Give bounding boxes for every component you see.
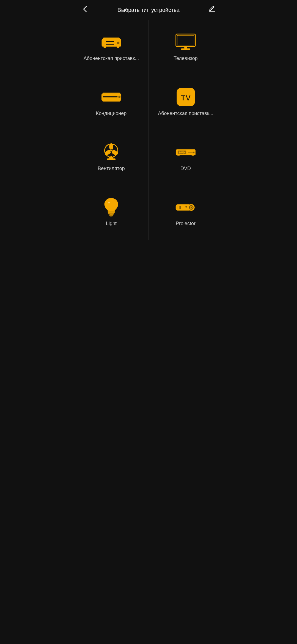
device-label-dvd: DVD	[180, 166, 191, 171]
svg-rect-18	[103, 101, 120, 102]
svg-text:TV: TV	[181, 94, 191, 102]
svg-rect-39	[108, 213, 114, 214]
svg-point-46	[191, 207, 192, 208]
svg-point-17	[118, 95, 120, 98]
light-icon	[100, 199, 122, 215]
svg-rect-40	[109, 214, 113, 216]
svg-rect-33	[192, 155, 194, 156]
svg-rect-3	[104, 47, 106, 48]
svg-rect-4	[117, 47, 119, 48]
svg-rect-29	[107, 159, 116, 160]
svg-point-8	[117, 42, 120, 44]
device-label-set-top-box: Абонентская приставк...	[84, 56, 139, 61]
header: Выбрать тип устройства	[74, 0, 223, 20]
set-top-box-tv-icon: TV	[175, 89, 197, 105]
device-item-light[interactable]: Light	[74, 185, 148, 240]
device-item-tv[interactable]: Телевизор	[148, 20, 223, 75]
svg-point-22	[109, 143, 113, 150]
svg-rect-31	[177, 149, 195, 150]
device-label-set-top-box-tv: Абонентская приставк...	[158, 111, 213, 116]
svg-rect-38	[108, 211, 115, 213]
device-label-light: Light	[106, 221, 117, 227]
fan-icon	[100, 144, 122, 160]
svg-rect-12	[181, 48, 190, 50]
device-item-set-top-box-tv[interactable]: TV Абонентская приставк...	[148, 75, 223, 130]
ac-icon	[100, 89, 122, 105]
svg-rect-14	[103, 92, 120, 94]
device-label-projector: Projector	[176, 221, 196, 227]
svg-rect-28	[111, 156, 112, 158]
edit-button[interactable]	[206, 5, 217, 15]
dvd-icon: DVD	[175, 144, 197, 160]
svg-rect-2	[103, 38, 120, 39]
device-grid: Абонентская приставк... Телевизор	[74, 20, 223, 240]
device-item-fan[interactable]: Вентилятор	[74, 130, 148, 185]
set-top-box-icon	[100, 34, 122, 50]
svg-point-41	[108, 201, 110, 204]
svg-rect-11	[185, 47, 187, 49]
svg-rect-32	[178, 155, 180, 156]
svg-text:DVD: DVD	[179, 151, 185, 154]
device-label-tv: Телевизор	[174, 56, 198, 61]
back-button[interactable]	[80, 5, 91, 15]
svg-rect-10	[177, 35, 194, 45]
svg-point-51	[185, 206, 187, 208]
device-item-ac[interactable]: Кондиционер	[74, 75, 148, 130]
projector-icon	[175, 199, 197, 215]
svg-point-37	[193, 151, 195, 153]
page-title: Выбрать тип устройства	[91, 7, 206, 13]
device-item-dvd[interactable]: DVD DVD	[148, 130, 223, 185]
svg-point-26	[111, 150, 112, 151]
tv-icon	[175, 34, 197, 50]
device-label-fan: Вентилятор	[98, 166, 125, 171]
device-label-ac: Кондиционер	[96, 111, 127, 116]
device-item-set-top-box[interactable]: Абонентская приставк...	[74, 20, 148, 75]
device-item-projector[interactable]: Projector	[148, 185, 223, 240]
